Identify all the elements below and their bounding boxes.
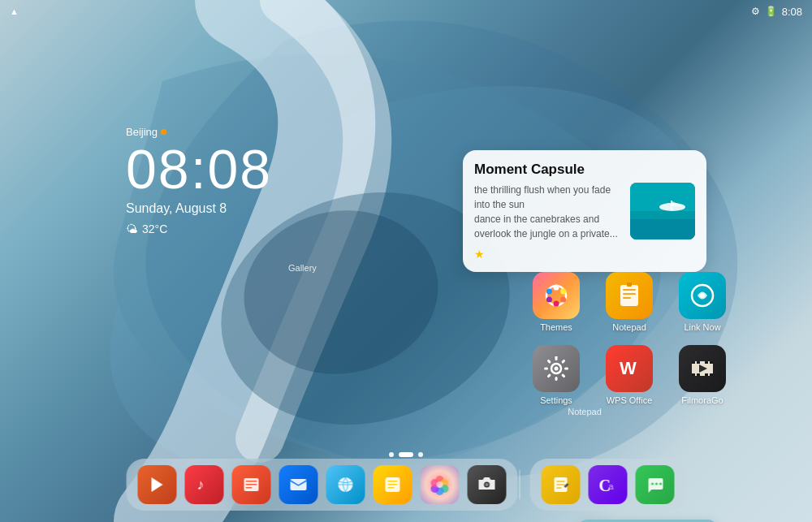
svg-rect-51 xyxy=(246,481,257,482)
page-dot-2[interactable] xyxy=(399,452,413,457)
widget-thumbnail xyxy=(630,183,695,239)
page-dot-3[interactable] xyxy=(418,452,423,457)
svg-rect-33 xyxy=(555,377,558,381)
svg-rect-44 xyxy=(705,361,708,364)
date-display: Sunday, August 8 xyxy=(126,201,272,216)
svg-point-18 xyxy=(546,297,552,303)
dock: ♪ xyxy=(127,459,686,511)
svg-rect-34 xyxy=(546,373,551,378)
battery-icon2: 🔋 xyxy=(765,6,777,17)
app-icon-settings xyxy=(533,345,580,392)
svg-rect-7 xyxy=(671,201,672,210)
svg-rect-53 xyxy=(246,487,253,489)
svg-text:♪: ♪ xyxy=(197,477,205,493)
dock-messages[interactable] xyxy=(636,465,675,504)
svg-rect-41 xyxy=(697,361,700,364)
app-name-wps: WPS Office xyxy=(607,395,653,405)
dock-video[interactable] xyxy=(138,465,177,504)
svg-rect-42 xyxy=(692,373,695,376)
app-icon-themes xyxy=(533,272,580,319)
widget-title: Moment Capsule xyxy=(474,162,695,178)
dock-secondary: C a xyxy=(530,459,686,511)
svg-rect-57 xyxy=(388,481,398,482)
app-name-themes: Themes xyxy=(540,322,572,332)
city-label: Beijing xyxy=(126,126,158,138)
clock-widget: Beijing 08:08 Sunday, August 8 🌤 32°C xyxy=(126,126,272,235)
svg-rect-5 xyxy=(630,219,695,239)
gallery-widget-container: My favorites Gallery xyxy=(288,260,317,273)
svg-point-66 xyxy=(437,481,443,488)
time-status: 8:08 xyxy=(782,6,802,18)
time-display: 08:08 xyxy=(126,141,272,196)
svg-text:W: W xyxy=(620,358,637,378)
dock-camera[interactable] xyxy=(468,465,507,504)
svg-rect-30 xyxy=(561,359,566,364)
status-bar: ▲ ⚙ 🔋 8:08 xyxy=(0,0,812,23)
app-themes[interactable]: Themes xyxy=(524,272,589,337)
dock-photos[interactable] xyxy=(421,465,460,504)
svg-rect-32 xyxy=(561,373,566,378)
app-name-settings: Settings xyxy=(540,395,572,405)
app-icon-linknow xyxy=(679,272,726,319)
svg-point-15 xyxy=(560,289,566,295)
svg-rect-35 xyxy=(544,368,548,370)
svg-rect-58 xyxy=(388,484,398,485)
svg-rect-22 xyxy=(623,293,636,295)
app-settings[interactable]: Settings xyxy=(524,345,589,410)
svg-point-68 xyxy=(486,483,489,486)
dock-mail[interactable] xyxy=(279,465,318,504)
dock-main: ♪ xyxy=(127,459,518,511)
svg-point-16 xyxy=(560,297,566,303)
svg-rect-40 xyxy=(692,361,695,364)
svg-point-28 xyxy=(555,367,559,371)
app-notepad[interactable]: Notepad xyxy=(597,272,662,337)
app-name-linknow: Link Now xyxy=(684,322,720,332)
app-icon-filmora xyxy=(679,345,726,392)
svg-rect-20 xyxy=(620,285,638,306)
page-indicator xyxy=(389,452,423,457)
dock-browser[interactable] xyxy=(326,465,365,504)
dock-music[interactable]: ♪ xyxy=(185,465,224,504)
page-dot-1[interactable] xyxy=(389,452,394,457)
svg-point-77 xyxy=(659,483,662,485)
svg-rect-36 xyxy=(546,359,551,364)
svg-rect-59 xyxy=(388,487,395,489)
app-icon-wps: W xyxy=(606,345,653,392)
svg-rect-54 xyxy=(291,479,307,490)
widget-body: the thrilling flush when you fadeinto th… xyxy=(474,183,695,241)
widget-star: ★ xyxy=(474,248,695,261)
svg-point-17 xyxy=(554,301,559,307)
widget-text: the thrilling flush when you fadeinto th… xyxy=(474,183,622,241)
svg-rect-46 xyxy=(705,373,708,376)
svg-point-19 xyxy=(546,289,552,295)
app-wps[interactable]: W WPS Office xyxy=(597,345,662,410)
svg-rect-52 xyxy=(246,484,257,485)
svg-point-75 xyxy=(651,483,654,485)
weather-icon: 🌤 xyxy=(126,222,137,235)
dock-books[interactable] xyxy=(232,465,271,504)
app-name-filmora: FilmoraGo xyxy=(681,395,723,405)
dock-divider xyxy=(520,470,520,499)
app-icon-notepad xyxy=(606,272,653,319)
gallery-label-below: Gallery xyxy=(288,263,317,273)
svg-rect-45 xyxy=(710,361,713,364)
weather-display: 🌤 32°C xyxy=(126,222,272,235)
signal-icon: ▲ xyxy=(10,6,19,16)
svg-rect-47 xyxy=(710,373,713,376)
svg-rect-43 xyxy=(697,373,700,376)
svg-rect-24 xyxy=(627,283,632,287)
notepad-widget[interactable]: Moment Capsule the thrilling flush when … xyxy=(463,150,706,272)
app-name-notepad: Notepad xyxy=(612,322,646,332)
svg-text:a: a xyxy=(609,481,615,491)
svg-point-14 xyxy=(554,285,559,291)
dock-pencil[interactable] xyxy=(542,465,581,504)
svg-rect-23 xyxy=(623,297,631,299)
svg-point-76 xyxy=(655,483,658,485)
app-filmora[interactable]: FilmoraGo xyxy=(670,345,735,410)
battery-icon: ⚙ xyxy=(751,6,760,17)
city-dot xyxy=(161,129,166,135)
dock-canva[interactable]: C a xyxy=(589,465,628,504)
dock-notes[interactable] xyxy=(374,465,412,504)
svg-rect-31 xyxy=(564,368,568,370)
app-linknow[interactable]: Link Now xyxy=(670,272,735,337)
